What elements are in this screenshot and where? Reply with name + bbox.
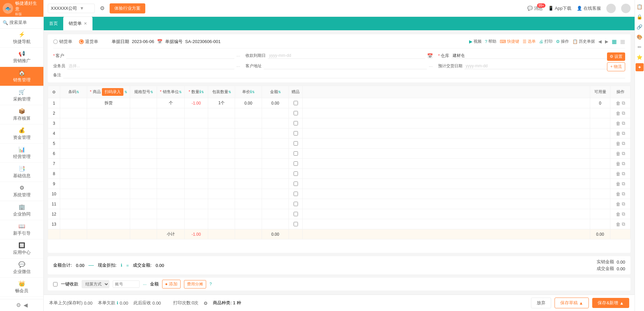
row-barcode[interactable]	[60, 179, 87, 189]
sidebar-item-basic-info[interactable]: 📑 基础信息	[0, 163, 43, 182]
row-copy-icon[interactable]: ⧉	[622, 161, 625, 166]
sidebar-item-purchase[interactable]: 🛒 采购管理	[0, 86, 43, 105]
doc-type-sales[interactable]: 销货单	[53, 39, 72, 45]
row-delete-icon[interactable]: 🗑	[616, 101, 620, 106]
tab-home[interactable]: 首页	[44, 17, 63, 30]
row-barcode[interactable]	[60, 189, 87, 199]
customer-dots[interactable]: ···	[236, 53, 240, 59]
sidebar-item-wechat[interactable]: 💬 企业微信	[0, 259, 43, 278]
select-btn[interactable]: ☰ 选单	[523, 39, 536, 44]
logistics-btn[interactable]: + 物流	[607, 62, 625, 71]
save-draft-btn[interactable]: 保存草稿 ▲	[555, 298, 589, 308]
row-gift[interactable]	[289, 209, 303, 219]
row-barcode[interactable]	[60, 219, 87, 229]
row-copy-icon[interactable]: ⧉	[622, 181, 625, 187]
row-delete-icon[interactable]: 🗑	[616, 141, 620, 146]
row-delete-icon[interactable]: 🗑	[616, 211, 620, 217]
scan-btn[interactable]: 扫码录入	[102, 88, 123, 96]
row-barcode[interactable]	[60, 108, 87, 118]
video-btn[interactable]: ▶ 视频	[469, 39, 482, 44]
doc-type-return[interactable]: 退货单	[79, 39, 98, 45]
row-barcode[interactable]	[60, 159, 87, 169]
expense-help-icon[interactable]: ?	[210, 282, 212, 286]
right-panel-star-btn[interactable]: ⭐	[636, 53, 644, 61]
row-gift[interactable]	[289, 159, 303, 169]
row-barcode[interactable]	[60, 128, 87, 139]
row-barcode[interactable]	[60, 149, 87, 159]
col-settings[interactable]: ⚙	[48, 86, 60, 98]
row-barcode[interactable]	[60, 98, 87, 108]
remarks-input[interactable]	[63, 72, 625, 78]
history-btn[interactable]: 📋 历史单据	[572, 39, 595, 44]
row-delete-icon[interactable]: 🗑	[616, 191, 620, 197]
payment-date-input[interactable]	[268, 52, 425, 59]
calc-method-select[interactable]: 结算方式	[82, 280, 109, 288]
online-service-btn[interactable]: 👤 在线客服	[577, 5, 601, 11]
right-panel-orange-btn[interactable]: ✦	[636, 63, 644, 71]
delivery-date-input[interactable]	[464, 63, 617, 69]
calendar-icon[interactable]: 📅	[157, 39, 162, 44]
row-copy-icon[interactable]: ⧉	[622, 130, 625, 136]
customer-input[interactable]	[66, 52, 234, 59]
row-copy-icon[interactable]: ⧉	[622, 151, 625, 156]
sidebar-item-app-center[interactable]: 🔲 应用中心	[0, 239, 43, 259]
salesperson-input[interactable]	[67, 63, 234, 69]
sidebar-item-marketing[interactable]: 📢 营销推广	[0, 48, 43, 67]
nav-prev-icon[interactable]: ◀	[598, 39, 602, 44]
sidebar-collapse-icon[interactable]: ◀	[24, 302, 28, 308]
right-panel-lock-btn[interactable]: 🔒	[636, 13, 644, 21]
avatar[interactable]	[606, 4, 616, 13]
row-copy-icon[interactable]: ⧉	[622, 211, 625, 217]
sidebar-item-member[interactable]: 👑 畅会员	[0, 278, 43, 297]
row-delete-icon[interactable]: 🗑	[616, 151, 620, 156]
row-copy-icon[interactable]: ⧉	[622, 221, 625, 227]
shortcut-btn[interactable]: ⌨ 快捷键	[500, 39, 519, 44]
avatar-2[interactable]	[621, 4, 631, 13]
expense-btn[interactable]: 费用分摊	[184, 280, 206, 288]
row-delete-icon[interactable]: 🗑	[616, 181, 620, 187]
row-barcode[interactable]	[60, 209, 87, 219]
company-selector[interactable]: XXXXXX公司 ▼	[48, 4, 95, 13]
row-barcode[interactable]	[60, 169, 87, 179]
row-gift[interactable]	[289, 149, 303, 159]
row-delete-icon[interactable]: 🗑	[616, 201, 620, 207]
row-gift[interactable]	[289, 219, 303, 229]
row-copy-icon[interactable]: ⧉	[622, 191, 625, 197]
list-view-icon[interactable]: ▦	[612, 38, 617, 45]
right-panel-color-btn[interactable]: 🎨	[636, 33, 644, 41]
save-new-btn[interactable]: 保存&新增 ▲	[592, 298, 629, 308]
sidebar-search[interactable]: 🔍 搜索菜单	[0, 17, 43, 29]
discard-btn[interactable]: 放弃	[531, 298, 551, 308]
right-panel-link-btn[interactable]: 🔗	[636, 23, 644, 31]
one-click-payment-checkbox[interactable]	[53, 282, 58, 286]
sidebar-item-guide[interactable]: 📖 新手引导	[0, 220, 43, 239]
warehouse-input[interactable]	[451, 52, 619, 59]
tab-close-icon[interactable]: ✕	[84, 21, 87, 26]
row-delete-icon[interactable]: 🗑	[616, 121, 620, 126]
customer-addr-dots[interactable]: ···	[429, 64, 433, 69]
row-delete-icon[interactable]: 🗑	[616, 171, 620, 177]
row-delete-icon[interactable]: 🗑	[616, 161, 620, 166]
overdue-info-icon[interactable]: ℹ	[117, 301, 118, 305]
row-delete-icon[interactable]: 🗑	[616, 222, 620, 227]
sidebar-item-quick-nav[interactable]: ⚡ 快捷导航	[0, 29, 43, 48]
sidebar-item-enterprise[interactable]: 🏢 企业协同	[0, 201, 43, 220]
row-barcode[interactable]	[60, 139, 87, 149]
row-gift[interactable]	[289, 108, 303, 118]
row-copy-icon[interactable]: ⧉	[622, 141, 625, 146]
row-gift[interactable]	[289, 139, 303, 149]
ops-btn[interactable]: ⚙ 操作	[556, 39, 569, 44]
app-download-btn[interactable]: 📱 App下载	[548, 5, 571, 11]
row-delete-icon[interactable]: 🗑	[616, 131, 620, 136]
row-gift[interactable]	[289, 98, 303, 108]
row-gift[interactable]	[289, 118, 303, 128]
add-payment-btn[interactable]: ● 添加	[162, 280, 181, 288]
row-gift[interactable]	[289, 199, 303, 209]
print-btn[interactable]: 🖨 打印	[539, 39, 553, 44]
settings-btn[interactable]: ⚙ 设置	[607, 52, 625, 61]
customer-addr-input[interactable]	[264, 63, 427, 69]
right-panel-notes-btn[interactable]: 📋	[636, 3, 644, 11]
row-copy-icon[interactable]: ⧉	[622, 110, 625, 116]
sidebar-item-system[interactable]: ⚙ 系统管理	[0, 182, 43, 201]
row-gift[interactable]	[289, 128, 303, 139]
